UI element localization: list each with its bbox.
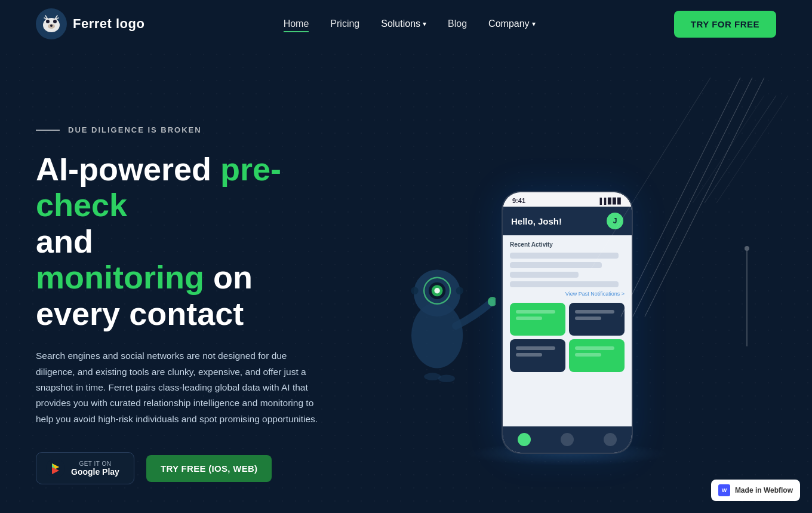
get-it-on-label: GET IT ON (71, 460, 119, 467)
try-free-ios-button[interactable]: TRY FREE (IOS, WEB) (146, 455, 272, 482)
svg-line-24 (621, 78, 740, 317)
google-play-icon (46, 459, 65, 478)
nav-item-pricing[interactable]: Pricing (330, 19, 359, 29)
navbar: Ferret logo Home Pricing Solutions ▾ Blo… (0, 0, 812, 48)
headline-part1: AI-powered (36, 151, 220, 187)
phone-bottom-nav (503, 426, 632, 453)
logo-area[interactable]: Ferret logo (36, 8, 144, 39)
nav-links: Home Pricing Solutions ▾ Blog Company ▾ (284, 19, 536, 29)
nav-link-pricing[interactable]: Pricing (330, 19, 359, 29)
phone-time: 9:41 (512, 197, 525, 204)
card-line (516, 317, 542, 320)
svg-point-20 (411, 287, 419, 295)
activity-item (510, 272, 579, 278)
webflow-badge[interactable]: W Made in Webflow (711, 480, 800, 501)
svg-point-23 (438, 374, 455, 382)
headline-part2: and (36, 223, 93, 259)
tagline-text: DUE DILIGENCE IS BROKEN (68, 125, 202, 134)
card-line (516, 353, 542, 357)
nav-dot-home (518, 433, 531, 446)
card-line (516, 310, 555, 314)
webflow-logo-icon: W (718, 484, 730, 496)
nav-item-home[interactable]: Home (284, 19, 309, 29)
hero-description: Search engines and social networks are n… (36, 348, 328, 427)
nav-link-home[interactable]: Home (284, 19, 309, 32)
activity-item (510, 262, 602, 268)
svg-point-4 (46, 20, 50, 23)
svg-point-5 (53, 20, 57, 23)
svg-line-25 (633, 78, 752, 317)
google-play-store-label: Google Play (71, 467, 119, 477)
card-line (516, 346, 555, 350)
svg-point-21 (456, 287, 464, 295)
nav-dot-profile (604, 433, 617, 446)
nav-link-blog[interactable]: Blog (448, 19, 467, 29)
tagline-area: DUE DILIGENCE IS BROKEN (36, 125, 358, 134)
headline-green2: monitoring (36, 259, 204, 295)
diagonal-lines-decoration (591, 78, 770, 317)
phone-card-blue (510, 339, 565, 372)
vertical-decoration (746, 251, 748, 346)
cta-row: GET IT ON Google Play TRY FREE (IOS, WEB… (36, 452, 358, 484)
phone-greeting: Hello, Josh! (511, 216, 562, 226)
nav-item-blog[interactable]: Blog (448, 19, 467, 29)
hero-headline: AI-powered pre-check and monitoring onev… (36, 151, 358, 331)
phone-card-green2 (569, 339, 625, 372)
chevron-down-icon-company: ▾ (532, 20, 536, 28)
phone-card-green (510, 303, 565, 336)
ferret-logo (36, 8, 67, 39)
robot-character (388, 251, 496, 382)
chevron-down-icon: ▾ (423, 20, 426, 28)
card-line (575, 346, 614, 350)
nav-dropdown-company[interactable]: Company ▾ (488, 19, 535, 29)
svg-point-18 (434, 288, 439, 293)
webflow-badge-label: Made in Webflow (735, 486, 793, 494)
svg-point-7 (50, 24, 53, 27)
google-play-button[interactable]: GET IT ON Google Play (36, 452, 134, 484)
nav-item-solutions[interactable]: Solutions ▾ (381, 19, 426, 29)
card-line (575, 317, 601, 320)
card-line (575, 353, 601, 357)
google-play-text: GET IT ON Google Play (71, 460, 119, 477)
tagline-line (36, 130, 60, 131)
phone-scene: 9:41 ▐▐ ▊▊▊ Hello, Josh! J Recent Activi… (400, 84, 734, 502)
hero-left: DUE DILIGENCE IS BROKEN AI-powered pre-c… (36, 66, 358, 484)
nav-item-company[interactable]: Company ▾ (488, 19, 535, 29)
nav-dropdown-solutions[interactable]: Solutions ▾ (381, 19, 426, 29)
hero-section: DUE DILIGENCE IS BROKEN AI-powered pre-c… (0, 48, 812, 513)
brand-name: Ferret logo (73, 16, 144, 32)
try-for-free-button[interactable]: TRY FOR FREE (674, 11, 776, 38)
nav-dot-search (561, 433, 574, 446)
hero-right: 9:41 ▐▐ ▊▊▊ Hello, Josh! J Recent Activi… (358, 66, 776, 502)
